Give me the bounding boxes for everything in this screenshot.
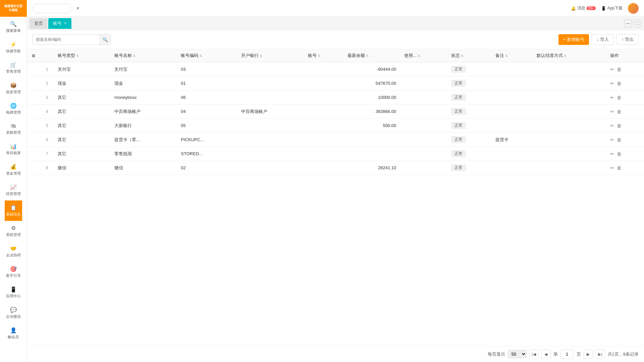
import-button[interactable]: ↓ 导入 <box>592 34 614 45</box>
row-account-type-2: 其它 <box>54 90 110 105</box>
sidebar-item-retail-manage[interactable]: 🛒零售管理 <box>5 58 22 78</box>
search-input[interactable] <box>33 37 100 42</box>
sidebar-icon-new-guide: 🎯 <box>10 266 17 272</box>
total-info: 共1页，8条记录 <box>608 351 639 357</box>
tab-home[interactable]: 首页 <box>30 18 48 29</box>
user-avatar[interactable] <box>628 3 639 14</box>
logo-text: 畅捷通好生意乐鹿版 <box>4 4 22 12</box>
header-dropdown-icon[interactable]: ▾ <box>76 5 79 11</box>
sidebar-item-operation-manage[interactable]: 📈经营管理 <box>5 180 22 200</box>
sidebar-label-system-manage: 系统管理 <box>6 232 21 237</box>
row-action-1: ✏ 🗑 <box>606 76 644 90</box>
edit-icon-1[interactable]: ✏ <box>610 81 614 86</box>
page-number-input[interactable] <box>560 350 574 359</box>
row-account-code-2: 06 <box>177 90 237 105</box>
sidebar-item-basic-info[interactable]: 📋基础信息 <box>5 200 22 221</box>
sidebar-item-capital-manage[interactable]: 💰资金管理 <box>5 160 22 180</box>
delete-icon-0[interactable]: 🗑 <box>617 67 622 72</box>
delete-icon-1[interactable]: 🗑 <box>617 81 622 86</box>
sidebar-item-app-center[interactable]: 📱应用中心 <box>5 282 22 303</box>
delete-icon-7[interactable]: 🗑 <box>617 165 622 171</box>
sidebar-icon-member: 👤 <box>10 327 17 334</box>
row-status-1: 正常 <box>447 76 491 90</box>
row-latest-balance-6 <box>343 147 400 161</box>
sidebar-item-system-manage[interactable]: ⚙系统管理 <box>5 221 22 241</box>
last-page-button[interactable]: ▶| <box>596 350 605 359</box>
row-bank-4 <box>237 119 304 133</box>
row-num-7: 8 <box>40 161 54 175</box>
notification-badge: 99+ <box>587 6 596 10</box>
sort-payment-icon[interactable]: ⇅ <box>564 54 567 58</box>
per-page-select[interactable]: 50 100 200 <box>508 350 527 358</box>
sort-bank-icon[interactable]: ⇅ <box>260 54 262 58</box>
sort-balance-icon[interactable]: ⇅ <box>366 54 369 58</box>
edit-icon-7[interactable]: ✏ <box>610 165 614 171</box>
row-remark-0 <box>491 62 532 76</box>
export-button[interactable]: ↑ 导出 <box>616 34 639 45</box>
row-account-no-3 <box>304 105 344 119</box>
sort-account-type-icon[interactable]: ⇅ <box>76 54 79 58</box>
edit-icon-6[interactable]: ✏ <box>610 151 614 157</box>
first-page-button[interactable]: |◀ <box>529 350 539 359</box>
next-page-button[interactable]: ▶ <box>584 350 593 359</box>
tab-account[interactable]: 账号 ✕ <box>48 18 71 29</box>
row-settings-6 <box>27 147 40 161</box>
row-latest-balance-7: 28241.10 <box>343 161 400 175</box>
add-account-button[interactable]: + 新增账号 <box>558 34 589 45</box>
sidebar-label-basic-info: 基础信息 <box>6 212 21 217</box>
sort-remark-icon[interactable]: ⇅ <box>505 54 508 58</box>
delete-icon-4[interactable]: 🗑 <box>617 123 622 128</box>
edit-icon-3[interactable]: ✏ <box>610 109 614 114</box>
sort-usage-icon[interactable]: ⇅ <box>418 54 420 58</box>
row-num-5: 6 <box>40 133 54 147</box>
sidebar-label-purchase-manage: 采购管理 <box>6 130 21 135</box>
row-num-6: 7 <box>40 147 54 161</box>
sort-account-code-icon[interactable]: ⇅ <box>199 54 202 58</box>
sidebar-item-enterprise-agreement[interactable]: 🤝企业协同 <box>5 241 22 262</box>
tab-account-close[interactable]: ✕ <box>64 21 67 25</box>
delete-icon-5[interactable]: 🗑 <box>617 137 622 142</box>
sidebar-item-inventory-calc[interactable]: 📊库存核算 <box>5 139 22 160</box>
header-right: 🔔 消息 99+ 📱 App下载 <box>571 3 639 14</box>
sort-account-no-icon[interactable]: ⇅ <box>318 54 320 58</box>
prev-page-button[interactable]: ◀ <box>541 350 551 359</box>
tab-minimize-button[interactable]: — <box>624 19 632 27</box>
page-suffix-label: 页 <box>577 351 581 357</box>
delete-icon-6[interactable]: 🗑 <box>617 151 622 157</box>
sidebar-item-member[interactable]: 👤畅会员 <box>5 323 22 344</box>
edit-icon-0[interactable]: ✏ <box>610 67 614 72</box>
row-num-1: 2 <box>40 76 54 90</box>
delete-icon-3[interactable]: 🗑 <box>617 109 622 114</box>
row-usage-7 <box>400 161 447 175</box>
edit-icon-4[interactable]: ✏ <box>610 123 614 128</box>
notification-button[interactable]: 🔔 消息 99+ <box>571 5 596 11</box>
edit-icon-2[interactable]: ✏ <box>610 95 614 100</box>
row-bank-7 <box>237 161 304 175</box>
sidebar-item-new-guide[interactable]: 🎯新手引导 <box>5 262 22 282</box>
tab-maximize-button[interactable]: ⛶ <box>633 19 641 27</box>
sidebar-item-purchase-manage[interactable]: 🛍采购管理 <box>5 119 22 139</box>
sidebar-item-wholesale-manage[interactable]: 📦批发管理 <box>5 78 22 99</box>
col-settings[interactable]: ⚙ <box>27 49 40 62</box>
app-download-button[interactable]: 📱 App下载 <box>601 5 623 11</box>
sort-status-icon[interactable]: ⇅ <box>461 54 464 58</box>
row-account-no-4 <box>304 119 344 133</box>
row-account-type-4: 其它 <box>54 119 110 133</box>
row-status-2: 正常 <box>447 90 491 105</box>
sidebar-item-ecommerce-manage[interactable]: 🌐电商管理 <box>5 99 22 119</box>
search-icon: 🔍 <box>102 37 108 42</box>
row-account-name-0: 支付宝 <box>110 62 177 76</box>
sidebar-item-enterprise-wechat[interactable]: 💬企业微信 <box>5 303 22 323</box>
delete-icon-2[interactable]: 🗑 <box>617 95 622 100</box>
header-search-input[interactable] <box>32 4 72 13</box>
sidebar-item-quick-nav[interactable]: ⚡快捷导航 <box>5 37 22 58</box>
table-row: 2 现金 现金 01 547670.00 正常 ✏ 🗑 <box>27 76 644 90</box>
search-button[interactable]: 🔍 <box>100 34 110 45</box>
sidebar-item-search-menu[interactable]: 🔍搜索菜单 <box>5 17 22 37</box>
row-settings-7 <box>27 161 40 175</box>
row-action-3: ✏ 🗑 <box>606 105 644 119</box>
table-row: 1 支付宝 支付宝 03 -90444.00 正常 ✏ 🗑 <box>27 62 644 76</box>
row-status-6: 正常 <box>447 147 491 161</box>
sort-account-name-icon[interactable]: ⇅ <box>133 54 136 58</box>
edit-icon-5[interactable]: ✏ <box>610 137 614 142</box>
